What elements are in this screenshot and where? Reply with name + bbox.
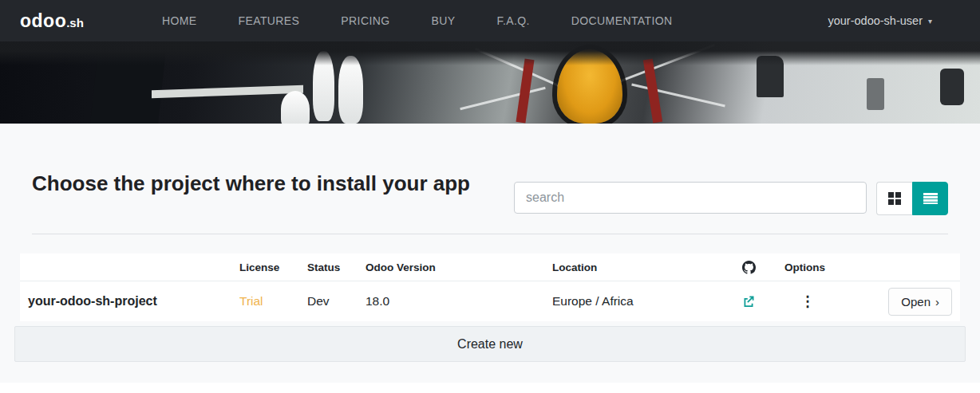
column-header-location: Location — [552, 261, 742, 273]
hero-cleanroom-figure — [281, 91, 310, 124]
projects-table: License Status Odoo Version Location Opt… — [20, 253, 960, 362]
hero-chair-shape — [940, 69, 964, 105]
view-toggle-group — [876, 182, 948, 215]
odoo-sh-logo[interactable]: odoo.sh — [20, 10, 84, 32]
column-header-license: License — [239, 261, 307, 273]
hero-desk-shape — [152, 85, 303, 99]
project-version: 18.0 — [366, 294, 552, 309]
hero-bin-shape — [867, 78, 884, 110]
section-divider — [32, 234, 948, 234]
nav-item-faq[interactable]: F.A.Q. — [496, 14, 529, 27]
open-project-button[interactable]: Open › — [888, 288, 952, 316]
hero-strut-shape — [460, 87, 545, 111]
column-header-options: Options — [784, 261, 864, 273]
column-header-version: Odoo Version — [366, 261, 552, 273]
project-row[interactable]: your-odoo-sh-project Trial Dev 18.0 Euro… — [20, 281, 960, 321]
user-menu-dropdown[interactable]: your-odoo-sh-user ▾ — [828, 14, 932, 27]
nav-item-pricing[interactable]: PRICING — [341, 14, 389, 27]
external-link-icon[interactable] — [742, 295, 784, 308]
hero-strut-shape — [631, 84, 725, 108]
column-header-status: Status — [307, 261, 366, 273]
nav-item-buy[interactable]: BUY — [431, 14, 455, 27]
grid-view-button[interactable] — [876, 182, 912, 215]
open-button-label: Open — [901, 295, 931, 309]
options-kebab-icon[interactable]: ⋮ — [800, 293, 815, 309]
nav-item-documentation[interactable]: DOCUMENTATION — [571, 14, 673, 27]
logo-text: odoo — [20, 10, 66, 32]
footer-strip — [0, 383, 980, 393]
project-name[interactable]: your-odoo-sh-project — [28, 294, 239, 309]
table-header-row: License Status Odoo Version Location Opt… — [20, 253, 960, 281]
search-area — [514, 182, 948, 215]
top-navbar: odoo.sh HOME FEATURES PRICING BUY F.A.Q.… — [0, 0, 980, 41]
heading-row: Choose the project where to install your… — [32, 169, 948, 215]
caret-down-icon: ▾ — [928, 17, 932, 26]
project-license: Trial — [239, 294, 307, 309]
create-new-button[interactable]: Create new — [14, 326, 966, 362]
chevron-right-icon: › — [935, 295, 939, 309]
nav-item-features[interactable]: FEATURES — [239, 14, 300, 27]
user-menu-label: your-odoo-sh-user — [828, 14, 922, 27]
search-input[interactable] — [514, 182, 867, 214]
grid-view-icon — [888, 192, 894, 198]
project-location: Europe / Africa — [552, 294, 742, 309]
logo-suffix: .sh — [66, 16, 84, 29]
hero-cleanroom-figure — [338, 56, 363, 124]
nav-item-home[interactable]: HOME — [162, 14, 197, 27]
page-title: Choose the project where to install your… — [32, 169, 479, 199]
project-status: Dev — [307, 294, 366, 309]
list-view-button[interactable] — [912, 182, 948, 215]
main-content: Choose the project where to install your… — [0, 124, 980, 383]
create-new-label: Create new — [457, 337, 523, 352]
github-icon — [742, 261, 784, 274]
list-view-icon — [923, 193, 938, 204]
hero-image — [0, 41, 980, 124]
hero-top-shadow — [0, 41, 980, 65]
nav-links: HOME FEATURES PRICING BUY F.A.Q. DOCUMEN… — [162, 14, 673, 27]
